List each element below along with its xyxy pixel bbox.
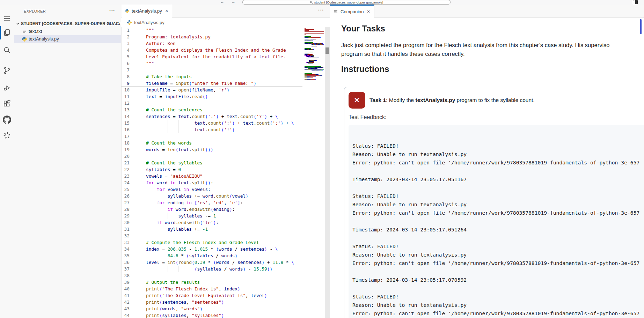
close-icon[interactable]: ✕	[367, 9, 370, 14]
breadcrumb[interactable]: textAnalysis.py	[121, 18, 330, 27]
code-line[interactable]: 16 text.count('!')	[121, 126, 330, 133]
companion-scrollbar-thumb[interactable]	[640, 19, 642, 34]
code-line[interactable]: 19words = len(text.split())	[121, 146, 330, 153]
code-line[interactable]: 34index = 206.835 - 1.015 * (words / sen…	[121, 246, 330, 252]
code-line[interactable]: 23vowels = "aeiouAEIOU"	[121, 173, 330, 179]
code-text: text = inputFile.read()	[146, 93, 208, 100]
python-icon	[125, 8, 129, 14]
code-line[interactable]: 21# Count the syllables	[121, 160, 330, 166]
github-icon[interactable]	[3, 116, 11, 124]
code-editor[interactable]: 1"""2Program: textanalysis.py3Author: Ke…	[121, 27, 330, 318]
code-line[interactable]: 4Computes and displays the Flesch Index …	[121, 47, 330, 53]
code-line[interactable]: 44print(syllables, "syllables")	[121, 312, 330, 318]
address-bar[interactable]: student [Codespaces: super-duper guacamo…	[242, 0, 451, 5]
search-view-icon[interactable]	[3, 46, 11, 54]
code-line[interactable]: 17	[121, 133, 330, 140]
code-line[interactable]: 2Program: textanalysis.py	[121, 34, 330, 40]
code-text: Author: Ken	[146, 40, 176, 47]
code-line[interactable]: 22syllables = 0	[121, 166, 330, 173]
app-window: ← → student [Codespaces: super-duper gua…	[0, 0, 644, 318]
task-description: Task 1: Modify the textAnalysis.py progr…	[369, 97, 535, 103]
code-text: Computes and displays the Flesch Index a…	[146, 47, 286, 53]
explorer-icon[interactable]	[3, 29, 11, 37]
code-text: # Count the syllables	[146, 160, 203, 166]
code-line[interactable]: 41print("The Grade Level Equivalent is",…	[121, 292, 330, 299]
code-line[interactable]: 11text = inputFile.read()	[121, 93, 330, 100]
code-line[interactable]: 24for word in text.split():	[121, 179, 330, 186]
code-text: inputFile = open(fileName, 'r')	[146, 87, 229, 93]
line-number: 5	[121, 53, 130, 60]
code-line[interactable]: 8# Take the inputs	[121, 73, 330, 80]
code-line[interactable]: 26 syllables += word.count(vowel)	[121, 193, 330, 199]
line-number: 22	[121, 166, 130, 173]
line-number: 34	[121, 246, 130, 252]
line-number: 16	[121, 126, 130, 133]
menu-icon[interactable]	[3, 14, 11, 23]
code-line[interactable]: 27 for ending in ['es', 'ed', 'e']:	[121, 199, 330, 206]
code-line[interactable]: 30 if word.endswith('le'):	[121, 219, 330, 226]
tab-textanalysis-py[interactable]: textAnalysis.py ✕	[122, 5, 172, 18]
code-line[interactable]: 10inputFile = open(fileName, 'r')	[121, 87, 330, 93]
tree-item-textanalysis-py[interactable]: textAnalysis.py	[14, 35, 121, 43]
code-text: for word in text.split():	[146, 179, 213, 186]
code-text: text.count(':') + text.count(';') + \	[146, 120, 294, 126]
code-line[interactable]: 14sentences = text.count('.') + text.cou…	[121, 113, 330, 120]
line-number: 25	[121, 186, 130, 193]
browser-back-button[interactable]: ←	[220, 0, 224, 4]
code-line[interactable]: 7	[121, 67, 330, 73]
code-text: # Count the sentences	[146, 106, 203, 113]
code-line[interactable]: 6"""	[121, 60, 330, 67]
code-line[interactable]: 36level = int(round(0.39 * (words / sent…	[121, 259, 330, 266]
code-line[interactable]: 32	[121, 232, 330, 239]
source-control-icon[interactable]	[3, 66, 11, 75]
run-debug-icon[interactable]	[3, 83, 11, 92]
code-line[interactable]: 12	[121, 100, 330, 106]
your-tasks-heading: Your Tasks	[341, 24, 385, 34]
code-line[interactable]: 37 (syllables / words) - 15.59))	[121, 266, 330, 272]
code-line[interactable]: 31 syllables += -1	[121, 226, 330, 232]
code-line[interactable]: 40print("The Flesch Index is", index)	[121, 286, 330, 292]
code-line[interactable]: 1"""	[121, 27, 330, 34]
code-text: for ending in ['es', 'ed', 'e']:	[146, 199, 243, 206]
list-lines-icon	[334, 9, 338, 14]
code-line[interactable]: 33# Compute the Flesch Index and Grade L…	[121, 239, 330, 246]
browser-extension-icon[interactable]	[633, 0, 638, 4]
code-line[interactable]: 38	[121, 272, 330, 279]
code-line[interactable]: 28 if word.endswith(ending):	[121, 206, 330, 213]
editor-scrollbar[interactable]	[325, 27, 330, 318]
code-line[interactable]: 5Level Equivalent for the readability of…	[121, 53, 330, 60]
task-text: program to fix the syllable count.	[455, 97, 534, 103]
code-line[interactable]: 13# Count the sentences	[121, 106, 330, 113]
code-line[interactable]: 42print(sentences, "sentences")	[121, 299, 330, 305]
code-line[interactable]: 29 syllables -= 1	[121, 213, 330, 219]
extensions-icon[interactable]	[3, 100, 11, 108]
browser-forward-button[interactable]: →	[231, 0, 235, 4]
scrollbar-thumb[interactable]	[325, 47, 329, 54]
code-text: fileName = input("Enter the file name: "…	[146, 80, 256, 87]
code-line[interactable]: 18# Count the words	[121, 140, 330, 146]
tab-companion[interactable]: Companion ✕	[330, 5, 374, 18]
code-line[interactable]: 35 84.6 * (syllables / words)	[121, 252, 330, 259]
explorer-more-actions[interactable]: ···	[109, 8, 115, 13]
code-text: syllables += -1	[146, 226, 208, 232]
file-name: text.txt	[29, 28, 42, 35]
code-line[interactable]: 9fileName = input("Enter the file name: …	[121, 80, 330, 87]
code-line[interactable]: 3Author: Ken	[121, 40, 330, 47]
minimap[interactable]	[305, 28, 324, 84]
line-number: 15	[121, 120, 130, 126]
close-icon[interactable]: ✕	[165, 9, 168, 13]
code-text: if word.endswith('le'):	[146, 219, 219, 226]
test-feedback-label: Test Feedback:	[349, 114, 387, 120]
line-number: 38	[121, 272, 130, 279]
codespaces-icon[interactable]	[3, 131, 11, 140]
code-line[interactable]: 43print(words, "words")	[121, 305, 330, 312]
code-line[interactable]: 39# Output the results	[121, 279, 330, 286]
code-line[interactable]: 20	[121, 153, 330, 160]
tree-item-text-txt[interactable]: text.txt	[14, 28, 121, 35]
tree-root-folder[interactable]: STUDENT [CODESPACES: SUPER-DUPER GUACAMO…	[14, 20, 121, 28]
line-number: 1	[121, 27, 130, 34]
code-line[interactable]: 15 text.count(':') + text.count(';') + \	[121, 120, 330, 126]
code-line[interactable]: 25 for vowel in vowels:	[121, 186, 330, 193]
editor-more-actions[interactable]: ···	[318, 7, 324, 13]
line-number: 9	[121, 80, 130, 87]
